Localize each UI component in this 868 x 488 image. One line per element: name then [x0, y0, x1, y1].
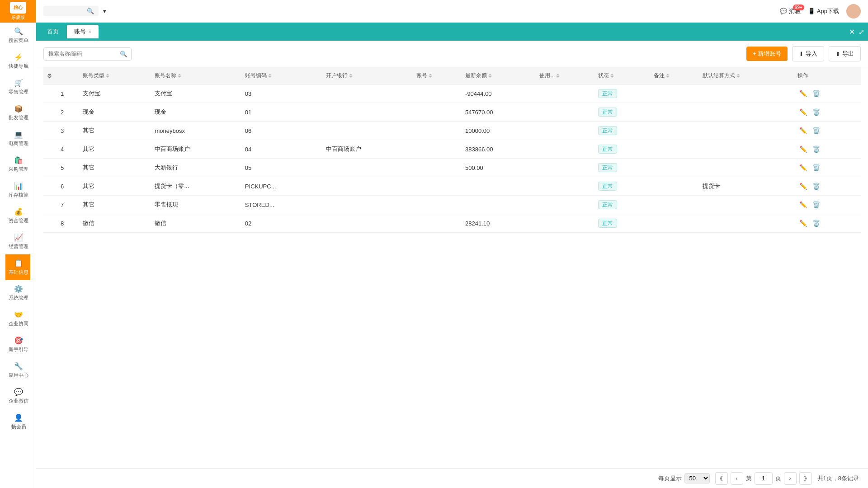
delete-button-3[interactable]: 🗑️ [811, 145, 822, 154]
tab-account-close[interactable]: × [89, 29, 91, 34]
th-account[interactable]: 账号 [413, 67, 462, 84]
app-download-button[interactable]: 📱 App下载 [808, 7, 839, 15]
cell-balance-3: 383866.00 [462, 140, 536, 159]
sidebar-item-1[interactable]: ⚡快捷导航 [5, 48, 30, 74]
topbar-left: 🔍 ▾ [43, 6, 106, 16]
edit-button-0[interactable]: ✏️ [797, 89, 809, 98]
cell-bank-5 [322, 177, 412, 196]
delete-button-1[interactable]: 🗑️ [811, 108, 822, 117]
cell-usage-5 [536, 177, 594, 196]
th-no [57, 67, 79, 84]
edit-button-4[interactable]: ✏️ [797, 163, 809, 172]
phone-icon: 📱 [808, 8, 815, 14]
topbar-search-input[interactable] [48, 8, 84, 14]
cell-gear-2 [43, 122, 57, 140]
cell-no-7: 8 [57, 214, 79, 233]
th-code-label: 账号编码 [245, 72, 267, 80]
cell-usage-1 [536, 103, 594, 122]
sidebar-icon-7: 💰 [14, 207, 23, 216]
gear-icon[interactable]: ⚙ [47, 73, 52, 79]
sidebar-icon-5: 🛍️ [14, 156, 23, 164]
tab-minimize-button[interactable]: ✕ [849, 28, 855, 36]
sidebar-item-3[interactable]: 📦批发管理 [5, 100, 30, 126]
sidebar-item-0[interactable]: 🔍搜索菜单 [5, 23, 30, 48]
export-icon: ⬆ [835, 51, 840, 57]
delete-button-7[interactable]: 🗑️ [811, 219, 822, 228]
th-name[interactable]: 账号名称 [151, 67, 241, 84]
th-gear: ⚙ [43, 67, 57, 84]
cell-code-0: 03 [241, 84, 323, 103]
export-label: 导出 [842, 50, 854, 58]
content-toolbar: 🔍 + 新增账号 ⬇ 导入 ⬆ 导出 [36, 41, 868, 67]
add-account-button[interactable]: + 新增账号 [746, 47, 788, 61]
th-remark[interactable]: 备注 [650, 67, 699, 84]
sidebar-item-6[interactable]: 📊库存核算 [5, 177, 30, 203]
sidebar-label-8: 经营管理 [9, 243, 28, 250]
next-page-button[interactable]: › [784, 472, 797, 485]
delete-button-2[interactable]: 🗑️ [811, 126, 822, 135]
first-page-button[interactable]: ⟪ [715, 472, 728, 485]
sidebar-item-10[interactable]: ⚙️系统管理 [5, 280, 30, 306]
edit-button-5[interactable]: ✏️ [797, 182, 809, 191]
sidebar-item-4[interactable]: 💻电商管理 [5, 126, 30, 151]
cell-default-payment-7 [699, 214, 794, 233]
last-page-button[interactable]: ⟫ [799, 472, 812, 485]
topbar-dropdown[interactable]: ▾ [103, 8, 106, 14]
tab-home[interactable]: 首页 [40, 25, 66, 38]
page-number-input[interactable] [755, 472, 773, 485]
cell-actions-5: ✏️ 🗑️ [794, 177, 861, 196]
cell-account-2 [413, 122, 462, 140]
edit-button-7[interactable]: ✏️ [797, 219, 809, 228]
account-search-wrap: 🔍 [43, 47, 132, 61]
sidebar-icon-10: ⚙️ [14, 285, 23, 293]
table-body: 1 支付宝 支付宝 03 -90444.00 正常 ✏️ 🗑️ 2 现金 现金 … [43, 84, 861, 233]
sidebar-icon-0: 🔍 [14, 27, 23, 36]
edit-button-2[interactable]: ✏️ [797, 126, 809, 135]
delete-button-0[interactable]: 🗑️ [811, 89, 822, 98]
th-type[interactable]: 账号类型 [79, 67, 151, 84]
edit-button-1[interactable]: ✏️ [797, 108, 809, 117]
sidebar-item-2[interactable]: 🛒零售管理 [5, 74, 30, 100]
per-page-select[interactable]: 50 20 100 [684, 473, 710, 483]
sidebar-item-5[interactable]: 🛍️采购管理 [5, 151, 30, 177]
sidebar-item-13[interactable]: 🔧应用中心 [5, 357, 30, 383]
th-usage[interactable]: 使用... [536, 67, 594, 84]
th-default-payment[interactable]: 默认结算方式 [699, 67, 794, 84]
edit-button-6[interactable]: ✏️ [797, 200, 809, 209]
status-badge-1: 正常 [598, 108, 617, 117]
sidebar-item-15[interactable]: 👤畅会员 [5, 409, 30, 435]
sidebar-item-14[interactable]: 💬企业微信 [5, 383, 30, 409]
th-bank[interactable]: 开户银行 [322, 67, 412, 84]
table-row: 8 微信 微信 02 28241.10 正常 ✏️ 🗑️ [43, 214, 861, 233]
delete-button-4[interactable]: 🗑️ [811, 163, 822, 172]
account-search-input[interactable] [44, 48, 116, 60]
tab-account[interactable]: 账号 × [67, 25, 99, 38]
export-button[interactable]: ⬆ 导出 [829, 46, 861, 61]
import-button[interactable]: ⬇ 导入 [792, 46, 824, 61]
cell-account-0 [413, 84, 462, 103]
sidebar-item-7[interactable]: 💰资金管理 [5, 203, 30, 229]
edit-button-3[interactable]: ✏️ [797, 145, 809, 154]
user-avatar[interactable] [846, 4, 861, 19]
cell-account-7 [413, 214, 462, 233]
cell-gear-0 [43, 84, 57, 103]
th-code[interactable]: 账号编码 [241, 67, 323, 84]
cell-usage-7 [536, 214, 594, 233]
message-badge: 99+ [793, 5, 804, 10]
cell-remark-0 [650, 84, 699, 103]
account-search-button[interactable]: 🔍 [116, 48, 131, 60]
sidebar-item-11[interactable]: 🤝企业协同 [5, 306, 30, 332]
delete-button-6[interactable]: 🗑️ [811, 200, 822, 209]
sidebar-item-8[interactable]: 📈经营管理 [5, 229, 30, 254]
delete-button-5[interactable]: 🗑️ [811, 182, 822, 191]
th-status[interactable]: 状态 [594, 67, 650, 84]
message-button[interactable]: 💬 消息 99+ [780, 7, 801, 15]
prev-page-button[interactable]: ‹ [731, 472, 743, 485]
th-balance[interactable]: 最新余额 [462, 67, 536, 84]
sidebar-item-9[interactable]: 📋基础信息 [5, 254, 30, 280]
tab-maximize-button[interactable]: ⤢ [859, 28, 864, 36]
cell-remark-6 [650, 196, 699, 214]
sidebar-item-12[interactable]: 🎯新手引导 [5, 332, 30, 357]
cell-no-2: 3 [57, 122, 79, 140]
tab-actions: ✕ ⤢ [849, 28, 864, 36]
